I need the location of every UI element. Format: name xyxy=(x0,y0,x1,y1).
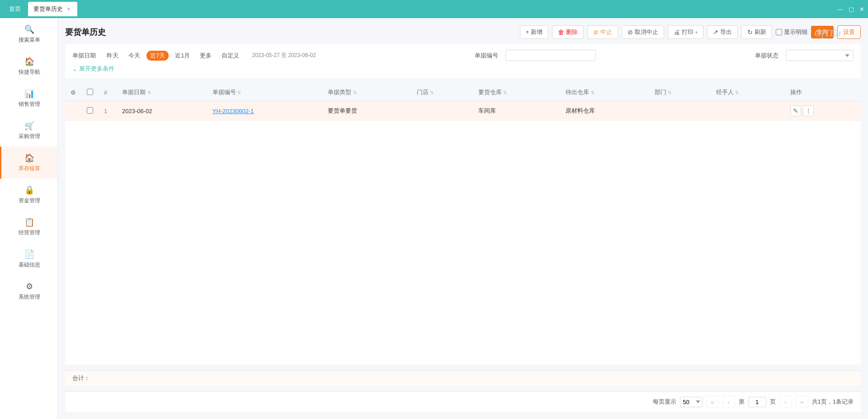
row-num: 1 xyxy=(99,101,117,121)
row-pending-warehouse: 原材料仓库 xyxy=(560,101,649,121)
stop-button[interactable]: ⊘ 中止 xyxy=(587,25,618,39)
sidebar-item-ops[interactable]: 📋 经营管理 xyxy=(0,211,57,243)
row-more-btn[interactable]: ⋮ xyxy=(803,105,814,116)
col-pending-warehouse[interactable]: 待出仓库 ⇅ xyxy=(560,84,649,101)
tab-home[interactable]: 首页 xyxy=(4,2,26,16)
page-title: 要货单历史 xyxy=(65,27,106,38)
doc-status-label: 单据状态 xyxy=(755,52,778,60)
total-info: 共1页，1条记录 xyxy=(812,398,854,406)
pagination-bar: 每页显示 10 20 50 100 « ‹ 第 页 › » 共1页，1条记录 xyxy=(65,391,861,412)
row-req-warehouse: 车间库 xyxy=(473,101,560,121)
export-button[interactable]: ↗ 导出 xyxy=(707,25,738,39)
filter-area: 单据日期 昨天 今天 近7天 近1月 更多 自定义 2023-05-27 至 2… xyxy=(65,44,861,78)
doc-status-select[interactable] xyxy=(786,50,854,61)
inventory-icon: 🏠 xyxy=(24,153,34,163)
row-doc-num[interactable]: YH-20230602-1 xyxy=(207,101,323,121)
date-opt-more[interactable]: 更多 xyxy=(196,51,215,61)
content-area: 要货单历史 + 新增 🗑 删除 ⊘ 中止 ⊘ 取消中止 🖨 xyxy=(58,18,868,419)
cancel-stop-button[interactable]: ⊘ 取消中止 xyxy=(622,25,664,39)
tab-close-icon[interactable]: × xyxy=(66,6,72,12)
col-store[interactable]: 门店 ⇅ xyxy=(411,84,473,101)
row-edit-btn[interactable]: ✎ xyxy=(790,105,801,116)
row-handler xyxy=(711,101,785,121)
close-btn[interactable]: ✕ xyxy=(859,6,864,13)
refresh-icon: ↻ xyxy=(747,29,753,36)
toolbar: + 新增 🗑 删除 ⊘ 中止 ⊘ 取消中止 🖨 打印 ▾ xyxy=(520,25,861,39)
table-footer: 合计： xyxy=(65,370,861,386)
row-store xyxy=(411,101,473,121)
col-doc-num[interactable]: 单据编号 ⇅ xyxy=(207,84,323,101)
date-opt-custom[interactable]: 自定义 xyxy=(218,51,243,61)
date-opt-yesterday[interactable]: 昨天 xyxy=(103,51,122,61)
print-icon: 🖨 xyxy=(674,29,680,36)
select-all-checkbox[interactable] xyxy=(87,89,93,95)
new-button[interactable]: + 新增 xyxy=(520,25,548,39)
per-page-select[interactable]: 10 20 50 100 xyxy=(680,397,703,407)
prev-page-btn[interactable]: ‹ xyxy=(722,395,735,408)
sidebar-item-quick-nav[interactable]: 🏠 快捷导航 xyxy=(0,50,57,82)
date-opt-last7days[interactable]: 近7天 xyxy=(146,51,169,61)
tab-home-label: 首页 xyxy=(9,5,21,13)
finance-icon: 🔒 xyxy=(24,185,34,195)
sidebar-item-system[interactable]: ⚙ 系统管理 xyxy=(0,275,57,307)
sort-doc-type-icon: ⇅ xyxy=(353,90,357,95)
export-icon: ↗ xyxy=(713,29,718,36)
filter-row-1: 单据日期 昨天 今天 近7天 近1月 更多 自定义 2023-05-27 至 2… xyxy=(72,50,854,61)
row-checkbox[interactable] xyxy=(87,107,93,114)
per-page-label: 每页显示 xyxy=(653,398,676,406)
sidebar-label-quick-nav: 快捷导航 xyxy=(19,68,40,76)
refresh-button[interactable]: ↻ 刷新 xyxy=(741,25,772,39)
window-controls: — ▢ ✕ xyxy=(837,6,864,13)
sidebar-label-search-menu: 搜索菜单 xyxy=(19,36,40,44)
col-department[interactable]: 部门 ⇅ xyxy=(649,84,711,101)
maximize-btn[interactable]: ▢ xyxy=(849,6,854,13)
date-opt-today[interactable]: 今天 xyxy=(125,51,144,61)
date-range-display: 2023-05-27 至 2023-06-02 xyxy=(252,52,316,59)
row-actions: ✎ ⋮ xyxy=(785,101,861,121)
page-num-input[interactable] xyxy=(748,397,766,407)
col-settings[interactable]: ⚙ xyxy=(65,84,81,101)
col-doc-type[interactable]: 单据类型 ⇅ xyxy=(322,84,411,101)
col-doc-date[interactable]: 单据日期 ⇅ xyxy=(117,84,207,101)
sales-icon: 📊 xyxy=(24,89,34,99)
date-opt-last1month[interactable]: 近1月 xyxy=(171,51,193,61)
sort-store-icon: ⇅ xyxy=(430,90,434,95)
sidebar-item-inventory[interactable]: 🏠 库存核算 xyxy=(0,147,57,179)
sidebar-item-sales-mgmt[interactable]: 📊 销售管理 xyxy=(0,82,57,114)
sidebar-item-purchase-mgmt[interactable]: 🛒 采购管理 xyxy=(0,114,57,147)
sidebar-item-search-menu[interactable]: 🔍 搜索菜单 xyxy=(0,18,57,50)
next-page-btn[interactable]: › xyxy=(779,395,792,408)
sort-pending-warehouse-icon: ⇅ xyxy=(591,90,594,95)
first-page-btn[interactable]: « xyxy=(706,395,719,408)
col-req-warehouse[interactable]: 要货仓库 ⇅ xyxy=(473,84,560,101)
row-settings xyxy=(65,101,81,121)
settings-button[interactable]: 设置 xyxy=(837,25,861,39)
row-checkbox-cell[interactable] xyxy=(81,101,99,121)
print-dropdown-icon: ▾ xyxy=(695,30,698,35)
doc-num-input[interactable] xyxy=(505,50,596,61)
row-doc-type: 要货单要货 xyxy=(322,101,411,121)
sidebar-item-finance[interactable]: 🔒 资金管理 xyxy=(0,179,57,211)
data-table: ⚙ # 单据日期 ⇅ 单据编号 ⇅ xyxy=(65,84,861,121)
col-handler[interactable]: 经手人 ⇅ xyxy=(711,84,785,101)
delete-icon: 🗑 xyxy=(558,29,564,36)
table-container: ⚙ # 单据日期 ⇅ 单据编号 ⇅ xyxy=(65,84,861,365)
minimize-btn[interactable]: — xyxy=(837,6,843,13)
delete-button[interactable]: 🗑 删除 xyxy=(552,25,584,39)
sort-req-warehouse-icon: ⇅ xyxy=(503,90,507,95)
row-department xyxy=(649,101,711,121)
tab-requisition-history[interactable]: 要货单历史 × xyxy=(28,2,77,16)
chevron-down-icon: ⌄ xyxy=(72,66,77,72)
sort-handler-icon: ⇅ xyxy=(735,90,739,95)
sidebar-item-basic-info[interactable]: 📄 基础信息 xyxy=(0,243,57,275)
show-detail-toggle[interactable]: 显示明细 xyxy=(776,28,807,36)
last-page-btn[interactable]: » xyxy=(796,395,808,408)
cancel-stop-icon: ⊘ xyxy=(627,29,633,36)
sidebar-label-finance: 资金管理 xyxy=(19,197,40,205)
show-detail-checkbox[interactable] xyxy=(776,29,782,35)
query-button[interactable]: 查询 xyxy=(811,26,834,38)
expand-more-btn[interactable]: ⌄ 展开更多条件 xyxy=(72,65,854,73)
print-button[interactable]: 🖨 打印 ▾ xyxy=(668,25,703,39)
col-checkbox[interactable] xyxy=(81,84,99,101)
date-options: 昨天 今天 近7天 近1月 更多 自定义 xyxy=(103,51,243,61)
